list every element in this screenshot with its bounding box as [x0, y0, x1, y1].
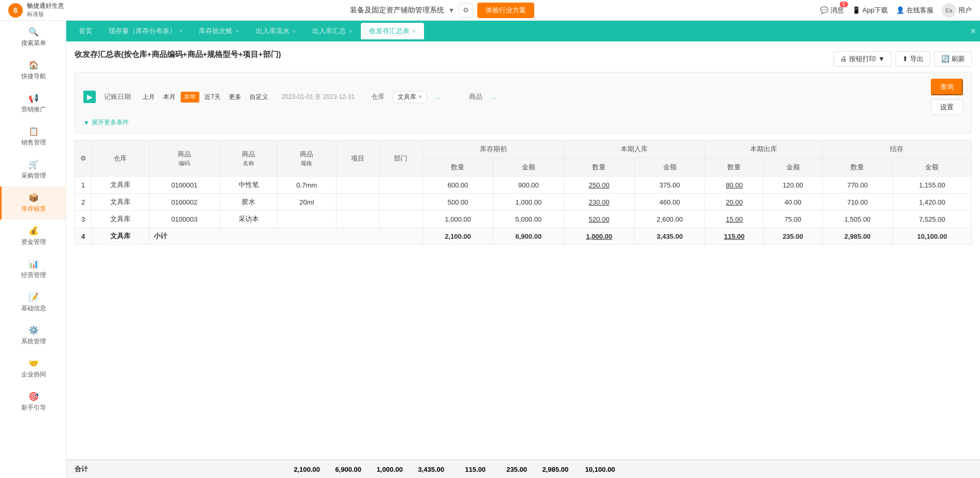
row2-close-qty: 710.00: [822, 194, 893, 211]
warehouse-tag[interactable]: 文具库 ×: [393, 91, 427, 103]
date-btn-this-month[interactable]: 本月: [160, 92, 179, 103]
row1-open-qty: 600.00: [422, 177, 493, 194]
row3-in-qty[interactable]: 520.00: [564, 211, 634, 228]
sidebar-item-guide[interactable]: 🎯 新手引导: [0, 385, 66, 418]
tab-stock-dist-label: 现存量（库存分布表）: [109, 26, 176, 36]
settings-icon-btn[interactable]: ⚙: [459, 3, 473, 18]
app-container: 6 畅捷通好生意 标准版 装备及固定资产辅助管理系统 ▼ ⚙ 体验行业方案 💬 …: [0, 0, 980, 478]
filter-collapse-arrow[interactable]: ▶: [83, 91, 96, 103]
sidebar-item-search[interactable]: 🔍 搜索菜单: [0, 21, 66, 54]
expand-btn[interactable]: ▼ 展开更多条件: [83, 118, 963, 127]
th-opening-group: 库存期初: [422, 140, 564, 158]
tab-bar: 首页 现存量（库存分布表） × 库存批次账 × 出入库流水 × 出入库汇总 ×: [66, 21, 980, 41]
sidebar-label-finance: 资金管理: [21, 238, 46, 247]
subtotal-in-qty[interactable]: 1,000.00: [564, 228, 634, 245]
total-open-qty: 2,100.00: [284, 466, 325, 473]
sidebar: 🔍 搜索菜单 🏠 快捷导航 📢 营销推广 📋 销售管理 🛒 采购管理 📦: [0, 21, 66, 478]
warehouse-more-btn[interactable]: ...: [435, 93, 440, 100]
table-settings-icon[interactable]: ⚙: [80, 154, 86, 162]
row2-in-qty[interactable]: 230.00: [564, 194, 634, 211]
date-btn-more[interactable]: 更多: [226, 92, 244, 103]
date-btn-custom[interactable]: 自定义: [246, 92, 271, 103]
th-project: 项目: [336, 140, 379, 177]
row1-open-amt: 900.00: [493, 177, 564, 194]
tab-close-collect-summary[interactable]: ×: [413, 28, 416, 34]
page-content: 收发存汇总表(按仓库+商品编码+商品+规格型号+项目+部门) 🖨 按钮打印 ▼ …: [66, 41, 980, 459]
tab-home[interactable]: 首页: [70, 23, 100, 39]
sidebar-item-system[interactable]: ⚙️ 系统管理: [0, 319, 66, 352]
tab-inout-summary[interactable]: 出入库汇总 ×: [304, 23, 360, 39]
row3-spec: [277, 211, 336, 228]
refresh-button[interactable]: 🔄 刷新: [934, 51, 972, 67]
sidebar-label-operation: 经营管理: [21, 271, 46, 280]
row2-in-amt: 460.00: [634, 194, 705, 211]
th-closing-group: 结存: [822, 140, 971, 158]
date-btn-last-month[interactable]: 上月: [139, 92, 158, 103]
system-icon: ⚙️: [28, 325, 39, 335]
row1-out-qty[interactable]: 80.00: [705, 177, 764, 194]
subtotal-label: 小计: [149, 228, 422, 245]
row1-in-qty[interactable]: 250.00: [564, 177, 634, 194]
top-bar-left: 6 畅捷通好生意 标准版: [8, 2, 64, 18]
page-title: 收发存汇总表(按仓库+商品编码+商品+规格型号+项目+部门): [75, 50, 281, 60]
table-row: 2 文具库 0100002 胶水 20ml 500.00 1,000.00 23…: [75, 194, 972, 211]
warehouse-tag-close[interactable]: ×: [418, 93, 422, 100]
row3-in-amt: 2,600.00: [634, 211, 705, 228]
tab-close-stock-dist[interactable]: ×: [179, 28, 182, 34]
tab-bar-close-all[interactable]: ×: [970, 26, 976, 37]
row1-in-amt: 375.00: [634, 177, 705, 194]
sidebar-item-finance[interactable]: 💰 资金管理: [0, 220, 66, 253]
sidebar-item-enterprise[interactable]: 🤝 企业协同: [0, 352, 66, 385]
tab-collect-summary[interactable]: 收发存汇总表 ×: [361, 23, 424, 39]
search-icon: 🔍: [28, 27, 39, 37]
th-goods-code: 商品编码: [149, 140, 220, 177]
sidebar-item-quick[interactable]: 🏠 快捷导航: [0, 54, 66, 87]
tab-stock-dist[interactable]: 现存量（库存分布表） ×: [100, 23, 191, 39]
row3-project: [336, 211, 379, 228]
date-filter-label: 记账日期: [104, 92, 131, 102]
tab-close-inout-summary[interactable]: ×: [349, 28, 352, 34]
goods-more-btn[interactable]: ...: [491, 93, 496, 100]
tab-home-label: 首页: [79, 26, 92, 36]
sidebar-item-inventory[interactable]: 📦 库存核算: [0, 186, 66, 220]
tab-inout-flow[interactable]: 出入库流水 ×: [247, 23, 304, 39]
date-btn-this-year[interactable]: 本年: [181, 92, 199, 103]
subtotal-warehouse: 文具库: [92, 228, 150, 245]
print-button[interactable]: 🖨 按钮打印 ▼: [833, 51, 891, 67]
row1-spec: 0.7mm: [277, 177, 336, 194]
query-button[interactable]: 查询: [931, 79, 963, 95]
user-item[interactable]: Ea 用户: [942, 3, 972, 18]
experience-button[interactable]: 体验行业方案: [477, 3, 534, 18]
sidebar-label-marketing: 营销推广: [21, 105, 46, 114]
subtotal-out-qty[interactable]: 115.00: [705, 228, 764, 245]
th-open-amt: 金额: [493, 158, 564, 177]
sidebar-item-marketing[interactable]: 📢 营销推广: [0, 87, 66, 120]
subtotal-row: 4 文具库 小计 2,100.00 6,900.00 1,000.00 3,43…: [75, 228, 972, 245]
notification-item[interactable]: 💬 消息 6: [820, 6, 844, 15]
row2-out-qty[interactable]: 20.00: [705, 194, 764, 211]
export-button[interactable]: ⬆ 导出: [896, 51, 930, 67]
marketing-icon: 📢: [28, 93, 39, 103]
tab-close-inout-flow[interactable]: ×: [292, 28, 296, 34]
sidebar-label-enterprise: 企业协同: [21, 370, 46, 379]
sidebar-item-basic[interactable]: 📝 基础信息: [0, 286, 66, 319]
header-right-buttons: 🖨 按钮打印 ▼ ⬆ 导出 🔄 刷新: [833, 51, 972, 67]
sidebar-item-purchase[interactable]: 🛒 采购管理: [0, 153, 66, 186]
th-settings[interactable]: ⚙: [75, 140, 92, 177]
tab-batch-label: 库存批次账: [199, 26, 232, 36]
sidebar-item-operation[interactable]: 📊 经营管理: [0, 253, 66, 286]
date-btn-7days[interactable]: 近7天: [201, 92, 224, 103]
tab-batch[interactable]: 库存批次账 ×: [191, 23, 247, 39]
table-settings-button[interactable]: 设置: [931, 99, 963, 115]
system-dropdown[interactable]: ▼: [448, 7, 455, 14]
th-open-qty: 数量: [422, 158, 493, 177]
sidebar-item-sales[interactable]: 📋 销售管理: [0, 120, 66, 153]
row3-open-amt: 5,000.00: [493, 211, 564, 228]
row3-out-qty[interactable]: 15.00: [705, 211, 764, 228]
app-title: 畅捷通好生意: [27, 2, 64, 10]
tab-close-batch[interactable]: ×: [236, 28, 239, 34]
app-download-item[interactable]: 📱 App下载: [852, 6, 888, 15]
total-out-qty: 115.00: [449, 466, 491, 473]
print-icon: 🖨: [840, 55, 847, 63]
online-service-item[interactable]: 👤 在线客服: [896, 6, 933, 15]
